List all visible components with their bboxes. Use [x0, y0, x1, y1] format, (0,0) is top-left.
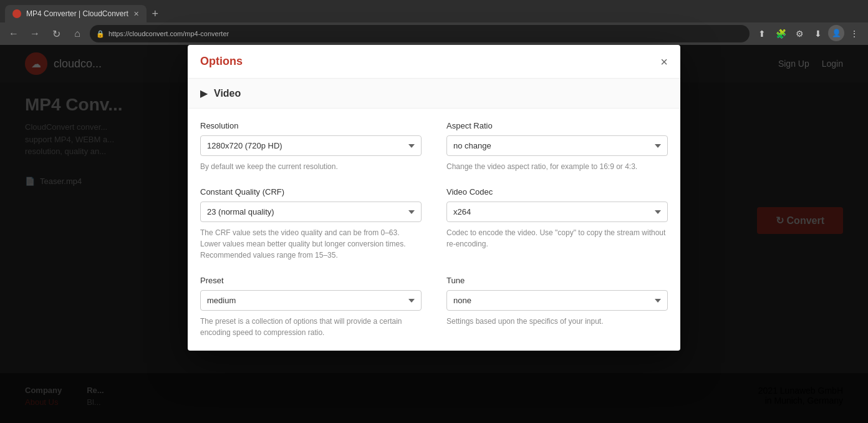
tab-bar: MP4 Converter | CloudConvert ✕ + — [0, 0, 868, 22]
forward-button[interactable]: → — [26, 25, 44, 42]
tab-close-button[interactable]: ✕ — [133, 10, 139, 18]
tune-group: Tune none film animation grain stillimag… — [446, 276, 668, 338]
preset-select[interactable]: ultrafast superfast veryfast faster fast… — [200, 290, 422, 311]
new-tab-button[interactable]: + — [147, 5, 164, 22]
video-icon: ▶ — [200, 87, 208, 99]
preset-group: Preset ultrafast superfast veryfast fast… — [200, 276, 422, 338]
back-button[interactable]: ← — [5, 25, 22, 42]
preset-desc: The preset is a collection of options th… — [200, 316, 422, 338]
aspect-ratio-group: Aspect Ratio no change 16:9 4:3 1:1 21:9… — [446, 121, 668, 172]
video-codec-select[interactable]: x264 x265 vp8 vp9 copy — [446, 202, 668, 222]
tune-select[interactable]: none film animation grain stillimage fas… — [446, 290, 668, 311]
downloads-icon[interactable]: ⬇ — [809, 25, 827, 42]
browser-menu-icon[interactable]: ⚙ — [791, 25, 808, 42]
modal-title: Options — [200, 55, 243, 68]
tab-favicon — [12, 9, 21, 18]
tune-label: Tune — [446, 276, 668, 285]
refresh-button[interactable]: ↻ — [47, 25, 65, 42]
crf-desc: The CRF value sets the video quality and… — [200, 227, 422, 261]
resolution-label: Resolution — [200, 121, 422, 130]
browser-toolbar: ← → ↻ ⌂ 🔒 https://cloudconvert.com/mp4-c… — [0, 22, 868, 45]
aspect-ratio-desc: Change the video aspect ratio, for examp… — [446, 161, 668, 172]
resolution-select[interactable]: no change 3840x2160 (4K UHD) 1920x1080 (… — [200, 135, 422, 156]
crf-select[interactable]: 0 (lossless) 15 (high quality) 23 (norma… — [200, 202, 422, 222]
modal-header: Options × — [188, 45, 680, 79]
tab-title: MP4 Converter | CloudConvert — [26, 9, 128, 18]
video-codec-group: Video Codec x264 x265 vp8 vp9 copy Codec… — [446, 187, 668, 261]
home-button[interactable]: ⌂ — [69, 25, 86, 42]
resolution-desc: By default we keep the current resolutio… — [200, 161, 422, 172]
section-title: Video — [214, 88, 241, 99]
crf-label: Constant Quality (CRF) — [200, 187, 422, 197]
resolution-group: Resolution no change 3840x2160 (4K UHD) … — [200, 121, 422, 172]
modal-close-button[interactable]: × — [660, 56, 668, 68]
browser-chrome: MP4 Converter | CloudConvert ✕ + ← → ↻ ⌂… — [0, 0, 868, 45]
active-tab[interactable]: MP4 Converter | CloudConvert ✕ — [5, 5, 147, 22]
url-text: https://cloudconvert.com/mp4-converter — [109, 30, 229, 37]
extensions-icon[interactable]: 🧩 — [772, 25, 789, 42]
aspect-ratio-label: Aspect Ratio — [446, 121, 668, 130]
toolbar-icons: ⬆ 🧩 ⚙ ⬇ 👤 ⋮ — [753, 25, 863, 42]
preset-label: Preset — [200, 276, 422, 285]
profile-avatar[interactable]: 👤 — [828, 25, 844, 41]
share-icon[interactable]: ⬆ — [753, 25, 771, 42]
video-codec-desc: Codec to encode the video. Use "copy" to… — [446, 227, 668, 250]
address-bar[interactable]: 🔒 https://cloudconvert.com/mp4-converter — [90, 25, 750, 42]
tune-desc: Settings based upon the specifics of you… — [446, 316, 668, 327]
aspect-ratio-select[interactable]: no change 16:9 4:3 1:1 21:9 — [446, 135, 668, 156]
lock-icon: 🔒 — [96, 30, 105, 38]
video-codec-label: Video Codec — [446, 187, 668, 197]
video-section-header: ▶ Video — [188, 79, 680, 109]
more-options-icon[interactable]: ⋮ — [846, 25, 863, 42]
options-modal: Options × ▶ Video Resolution no change 3… — [188, 45, 680, 351]
crf-group: Constant Quality (CRF) 0 (lossless) 15 (… — [200, 187, 422, 261]
options-grid: Resolution no change 3840x2160 (4K UHD) … — [200, 121, 668, 338]
modal-body: Resolution no change 3840x2160 (4K UHD) … — [188, 109, 680, 351]
